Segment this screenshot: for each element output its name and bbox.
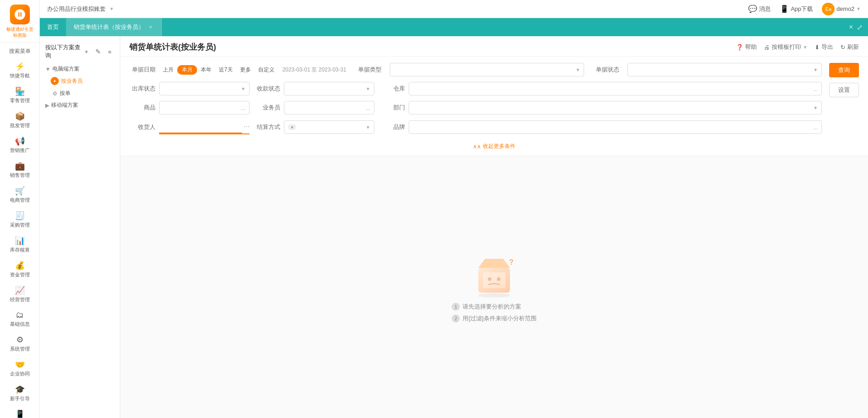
payment-method-select[interactable]: × ▼ <box>284 120 374 134</box>
salesperson-scheme-item[interactable]: ● 按业务员 <box>40 75 120 87</box>
refresh-icon: ↻ <box>840 44 845 51</box>
sidebar-item-quick-nav[interactable]: ⚡ 快捷导航 <box>0 58 39 83</box>
salesperson-select[interactable]: ... <box>284 101 374 114</box>
date-presets-group: 上月 本月 本年 近7天 更多 自定义 2023-03-01 至 2023-03… <box>159 65 346 75</box>
filter-row-1: 单据日期 上月 本月 本年 近7天 更多 自定义 2023-03-01 至 20… <box>129 63 859 140</box>
sidebar-item-label: 新手引导 <box>10 395 30 402</box>
sidebar-item-retail[interactable]: 🏪 零售管理 <box>0 83 39 108</box>
empty-illustration: ? 1 请先选择要分析的方案 2 用[过滤]条件来缩小分析范围 <box>452 252 536 323</box>
payment-status-select[interactable]: ▼ <box>284 82 374 95</box>
sidebar-item-system[interactable]: ⚙ 系统管理 <box>0 331 39 356</box>
top-header: 办公用品行业模拟账套 ▼ 💬 消息 📱 App下载 Ea demo2 ▼ <box>40 0 868 18</box>
apps-icon: 📱 <box>15 409 25 418</box>
scheme-panel-title: 按以下方案查询 <box>45 43 82 60</box>
help-btn[interactable]: ❓ 帮助 <box>736 43 757 51</box>
sidebar-item-finance[interactable]: 💰 资金管理 <box>0 257 39 282</box>
tab-home[interactable]: 首页 <box>40 18 66 36</box>
user-name: demo2 <box>836 5 854 12</box>
consignee-input-wrap: ··· <box>159 120 250 134</box>
product-select[interactable]: ... <box>159 101 250 114</box>
warehouse-select[interactable]: ... <box>409 82 822 95</box>
refresh-btn[interactable]: ↻ 刷新 <box>840 43 859 51</box>
header-title-area[interactable]: 办公用品行业模拟账套 ▼ <box>47 5 114 13</box>
doc-type-select[interactable]: ▼ <box>390 63 584 76</box>
doc-status-select[interactable]: ▼ <box>627 63 822 76</box>
data-area: ? 1 请先选择要分析的方案 2 用[过滤]条件来缩小分析范围 <box>120 156 868 418</box>
avatar-initials: Ea <box>826 6 831 12</box>
messages-btn[interactable]: 💬 消息 <box>748 5 771 13</box>
dept-select[interactable]: ▼ <box>409 101 822 114</box>
filter-row-4: 收货人 ··· 结算方式 × ▼ <box>129 120 822 134</box>
marketing-icon: 📢 <box>15 136 25 146</box>
stock-status-select[interactable]: ▼ <box>159 82 250 95</box>
retail-icon: 🏪 <box>15 86 25 96</box>
print-dropdown-icon: ▼ <box>803 45 807 50</box>
app-download-btn[interactable]: 📱 App下载 <box>780 5 813 13</box>
sidebar-item-label: 零售管理 <box>10 97 30 104</box>
scheme-add-btn[interactable]: + <box>82 47 91 56</box>
filter-row-3: 商品 ... 业务员 ... 部门 <box>129 101 822 114</box>
user-profile[interactable]: Ea demo2 ▼ <box>822 3 861 15</box>
salesperson-scheme-label: 按业务员 <box>61 77 83 85</box>
header-title: 办公用品行业模拟账套 <box>47 5 106 13</box>
mobile-scheme-toggle[interactable]: ▶ 移动端方案 <box>40 100 120 111</box>
consignee-input[interactable] <box>159 120 242 133</box>
quick-nav-icon: ⚡ <box>15 62 25 71</box>
search-menu[interactable]: 搜索菜单 <box>9 43 31 58</box>
tab-salesperson-stats[interactable]: 销货单统计表（按业务员） × <box>66 18 162 36</box>
sales-icon: 💼 <box>15 161 25 171</box>
preset-7days[interactable]: 近7天 <box>215 65 236 75</box>
tip-text-1: 请先选择要分析的方案 <box>462 303 521 311</box>
preset-this-year[interactable]: 本年 <box>197 65 215 75</box>
payment-method-caret: ▼ <box>366 125 370 130</box>
sidebar-item-apps[interactable]: 📱 应用中心 <box>0 406 39 418</box>
system-icon: ⚙ <box>16 335 24 345</box>
export-btn[interactable]: ⬇ 导出 <box>815 43 833 51</box>
svg-point-3 <box>497 277 500 281</box>
sidebar-item-purchase[interactable]: 🧾 采购管理 <box>0 207 39 232</box>
help-label: 帮助 <box>745 43 757 51</box>
sidebar-item-sales[interactable]: 💼 销售管理 <box>0 157 39 182</box>
sidebar-item-business[interactable]: 📈 经营管理 <box>0 282 39 307</box>
brand-select[interactable]: ... <box>409 120 822 134</box>
payment-method-label: 结算方式 <box>254 123 284 131</box>
preset-this-month[interactable]: 本月 <box>177 65 197 75</box>
svg-rect-1 <box>483 272 505 288</box>
sidebar-item-enterprise[interactable]: 🤝 企业协同 <box>0 356 39 381</box>
pc-scheme-toggle[interactable]: ▼ 电脑端方案 <box>40 63 120 75</box>
print-icon: 🖨 <box>764 44 770 51</box>
window-expand-btn[interactable]: ⤢ <box>857 23 863 32</box>
download-icon: 📱 <box>780 5 789 13</box>
by-order-scheme-item[interactable]: ⚙ 按单 <box>40 87 120 100</box>
scheme-collapse-btn[interactable]: « <box>105 47 114 56</box>
sidebar-item-inventory[interactable]: 📊 库存核算 <box>0 232 39 257</box>
sidebar-item-label: 基础信息 <box>10 321 30 328</box>
sidebar-item-ecommerce[interactable]: 🛒 电商管理 <box>0 182 39 207</box>
brand-label: 品牌 <box>379 123 409 131</box>
sidebar-item-label: 系统管理 <box>10 346 30 352</box>
sidebar-item-basic[interactable]: 🗂 基础信息 <box>0 307 39 331</box>
sidebar: 畅捷通好生意 标惠版 搜索菜单 ⚡ 快捷导航 🏪 零售管理 📦 批发管理 📢 营… <box>0 0 40 418</box>
date-range-text: 2023-03-01 至 2023-03-31 <box>283 66 346 74</box>
scheme-edit-btn[interactable]: ✎ <box>94 47 103 56</box>
query-button[interactable]: 查询 <box>829 63 859 77</box>
sidebar-item-label: 快捷导航 <box>10 72 30 79</box>
settings-button[interactable]: 设置 <box>829 83 859 97</box>
preset-last-month[interactable]: 上月 <box>159 65 177 75</box>
sidebar-item-newbie[interactable]: 🎓 新手引导 <box>0 381 39 406</box>
preset-more[interactable]: 更多 <box>236 65 255 75</box>
window-close-btn[interactable]: × <box>849 23 853 31</box>
collapse-btn[interactable]: ∧∧ 收起更多条件 <box>129 140 859 151</box>
consignee-label: 收货人 <box>129 123 159 131</box>
salesperson-dots: ... <box>365 104 370 111</box>
sidebar-item-marketing[interactable]: 📢 营销推广 <box>0 133 39 157</box>
tab-close-btn[interactable]: × <box>147 24 154 31</box>
sidebar-item-wholesale[interactable]: 📦 批发管理 <box>0 108 39 133</box>
user-dropdown-icon: ▼ <box>856 6 861 11</box>
consignee-dots[interactable]: ··· <box>244 123 250 131</box>
warehouse-dots: ... <box>813 86 818 92</box>
sidebar-item-label: 营销推广 <box>10 147 30 154</box>
template-print-btn[interactable]: 🖨 按模板打印 ▼ <box>764 43 807 51</box>
preset-custom[interactable]: 自定义 <box>255 65 278 75</box>
payment-method-clear[interactable]: × <box>288 124 296 130</box>
